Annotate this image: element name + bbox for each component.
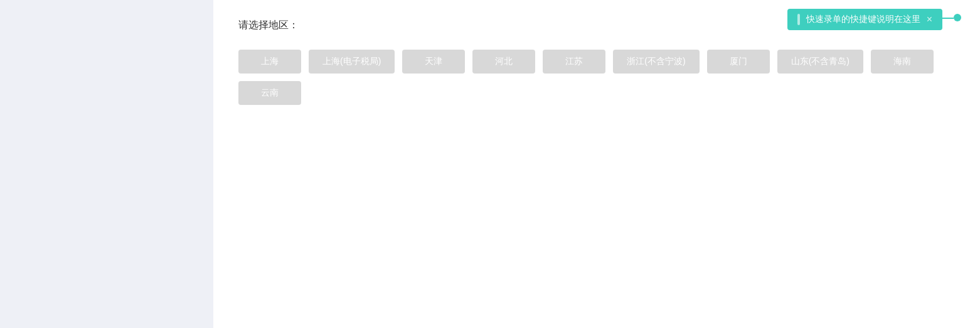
tooltip-banner: 快速录单的快捷键说明在这里 × — [787, 9, 942, 30]
region-button[interactable]: 浙江(不含宁波) — [613, 50, 699, 74]
tooltip-connector-line — [942, 18, 954, 19]
region-button[interactable]: 上海(电子税局) — [309, 50, 395, 74]
region-button[interactable]: 上海 — [238, 50, 301, 74]
region-button[interactable]: 山东(不含青岛) — [777, 50, 863, 74]
tooltip-connector-dot — [954, 14, 961, 21]
region-button[interactable]: 海南 — [871, 50, 934, 74]
region-button[interactable]: 厦门 — [707, 50, 770, 74]
region-button[interactable]: 天津 — [402, 50, 465, 74]
region-button[interactable]: 云南 — [238, 81, 301, 105]
region-buttons-container: 上海上海(电子税局)天津河北江苏浙江(不含宁波)厦门山东(不含青岛)海南云南 — [238, 50, 955, 105]
tooltip-bar — [797, 14, 800, 25]
tooltip-close-button[interactable]: × — [927, 14, 932, 25]
region-button[interactable]: 河北 — [472, 50, 535, 74]
sidebar — [0, 0, 213, 328]
tooltip-text: 快速录单的快捷键说明在这里 — [806, 14, 920, 25]
main-content: 请选择地区： 上海上海(电子税局)天津河北江苏浙江(不含宁波)厦门山东(不含青岛… — [213, 0, 980, 328]
region-button[interactable]: 江苏 — [543, 50, 605, 74]
